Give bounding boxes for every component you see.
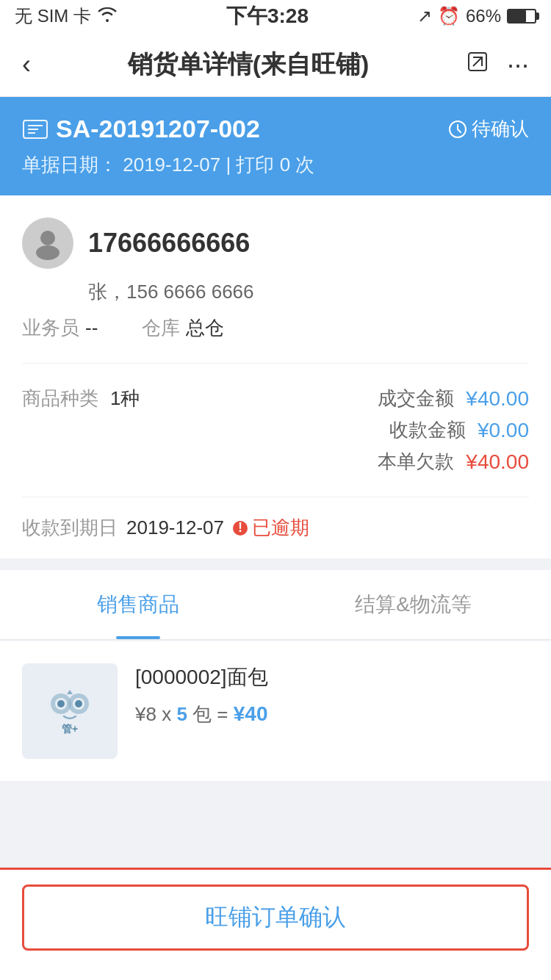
order-id: SA-20191207-002: [22, 115, 260, 143]
page-title: 销货单详情(来自旺铺): [128, 48, 370, 82]
order-banner: SA-20191207-002 待确认 单据日期： 2019-12-07 | 打…: [0, 97, 551, 195]
product-price-line: ¥8 x 5 包 = ¥40: [135, 702, 529, 727]
bottom-bar: 旺铺订单确认: [0, 868, 551, 980]
tab-sales-goods[interactable]: 销售商品: [0, 570, 276, 639]
overdue-badge: ! 已逾期: [233, 515, 309, 541]
goods-type-label: 商品种类: [22, 386, 98, 411]
receipt-amount-row: 收款金额 ¥0.00: [389, 417, 529, 443]
customer-name: 张，156 6666 6666: [22, 279, 529, 305]
equals-symbol: =: [217, 703, 233, 725]
summary-right: 成交金额 ¥40.00 收款金额 ¥0.00 本单欠款 ¥40.00: [378, 386, 529, 475]
status-right: ↗ ⏰ 66%: [417, 6, 536, 26]
confirm-button[interactable]: 旺铺订单确认: [22, 884, 529, 951]
tabs-section: 销售商品 结算&物流等: [0, 570, 551, 640]
overdue-text: 已逾期: [252, 515, 309, 541]
print-count: 0: [280, 154, 290, 176]
svg-point-7: [36, 245, 60, 260]
product-name: [0000002]面包: [135, 663, 529, 691]
unit-text: 包: [192, 703, 212, 725]
product-section: 管+ [0000002]面包 ¥8 x 5 包 = ¥40: [0, 641, 551, 781]
customer-section: 17666666666 张，156 6666 6666 业务员 -- 仓库 总仓: [0, 195, 551, 363]
due-date-value: 2019-12-07: [126, 516, 224, 539]
battery-text: 66%: [466, 6, 501, 26]
due-section: 收款到期日 2019-12-07 ! 已逾期: [0, 497, 551, 558]
debt-row: 本单欠款 ¥40.00: [378, 449, 529, 475]
location-icon: ↗: [417, 6, 432, 26]
share-icon[interactable]: [466, 49, 489, 80]
more-icon[interactable]: ···: [507, 49, 529, 80]
deal-amount-label: 成交金额: [378, 386, 454, 411]
tab-settlement[interactable]: 结算&物流等: [276, 570, 551, 639]
status-time: 下午3:28: [226, 2, 309, 30]
product-item: 管+ [0000002]面包 ¥8 x 5 包 = ¥40: [0, 641, 551, 781]
sales-value: --: [85, 317, 98, 339]
order-status-text: 待确认: [472, 116, 529, 142]
svg-point-13: [75, 700, 82, 707]
warehouse-label: 仓库: [142, 315, 180, 341]
wifi-icon: [97, 6, 118, 26]
debt-amount-value: ¥40.00: [466, 450, 529, 474]
product-thumbnail: 管+: [22, 663, 118, 759]
carrier-text: 无 SIM 卡: [15, 4, 91, 28]
warehouse-value: 总仓: [186, 315, 224, 341]
customer-avatar: [22, 217, 73, 269]
total-price: ¥40: [234, 702, 268, 725]
date-value: 2019-12-07: [123, 154, 220, 176]
warehouse-meta: 仓库 总仓: [142, 315, 224, 341]
overdue-dot-icon: !: [233, 521, 248, 536]
nav-actions: ···: [466, 49, 529, 80]
goods-type-value: 1种: [110, 386, 140, 411]
customer-meta: 业务员 -- 仓库 总仓: [22, 315, 529, 341]
status-bar: 无 SIM 卡 下午3:28 ↗ ⏰ 66%: [0, 0, 551, 32]
order-date: 单据日期： 2019-12-07 | 打印 0 次: [22, 152, 529, 178]
svg-point-12: [57, 700, 65, 707]
date-label: 单据日期：: [22, 154, 118, 176]
multiply-symbol: x: [162, 703, 176, 725]
customer-phone: 17666666666: [88, 228, 250, 259]
svg-text:管+: 管+: [62, 723, 78, 735]
battery-icon: [507, 9, 536, 24]
deal-amount-row: 成交金额 ¥40.00: [378, 386, 529, 411]
summary-section: 商品种类 1种 成交金额 ¥40.00 收款金额 ¥0.00 本单欠款 ¥40.…: [0, 364, 551, 497]
sales-label: 业务员: [22, 315, 79, 341]
receipt-amount-label: 收款金额: [389, 417, 466, 443]
order-id-text: SA-20191207-002: [56, 115, 260, 143]
summary-left: 商品种类 1种: [22, 386, 140, 411]
sales-meta: 业务员 --: [22, 315, 98, 341]
product-thumb-logo: 管+: [40, 678, 99, 744]
deal-amount-value: ¥40.00: [466, 387, 529, 411]
print-unit: 次: [295, 154, 314, 176]
price-unit: ¥8: [135, 703, 156, 725]
customer-card: 17666666666 张，156 6666 6666 业务员 -- 仓库 总仓…: [0, 195, 551, 558]
debt-label: 本单欠款: [378, 449, 454, 475]
qty-value: 5: [176, 703, 187, 725]
back-button[interactable]: ‹: [22, 49, 31, 80]
order-status: 待确认: [448, 116, 529, 142]
product-info: [0000002]面包 ¥8 x 5 包 = ¥40: [135, 663, 529, 727]
nav-bar: ‹ 销货单详情(来自旺铺) ···: [0, 32, 551, 97]
customer-top: 17666666666: [22, 217, 529, 269]
receipt-amount-value: ¥0.00: [478, 419, 529, 442]
due-label: 收款到期日: [22, 515, 118, 541]
status-left: 无 SIM 卡: [15, 4, 118, 28]
alarm-icon: ⏰: [438, 6, 460, 26]
svg-point-6: [40, 231, 55, 245]
print-label: | 打印: [226, 154, 279, 176]
